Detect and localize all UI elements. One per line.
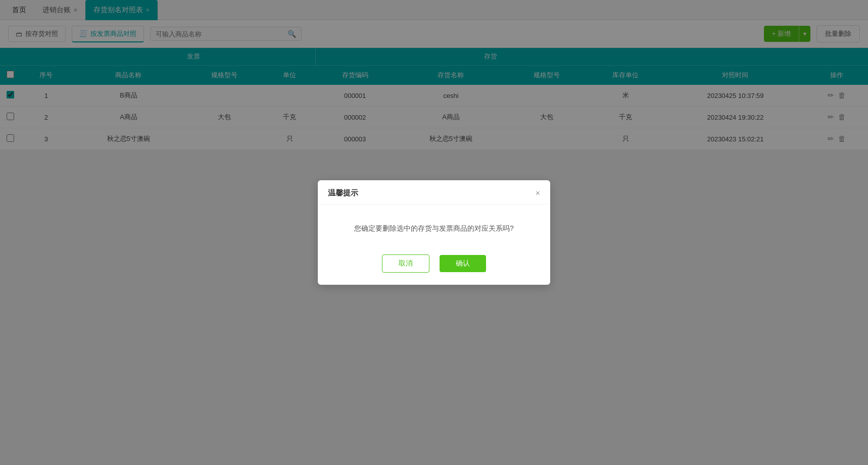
- dialog-overlay: 温馨提示 × 您确定要删除选中的存货与发票商品的对应关系吗? 取消 确认: [0, 0, 868, 150]
